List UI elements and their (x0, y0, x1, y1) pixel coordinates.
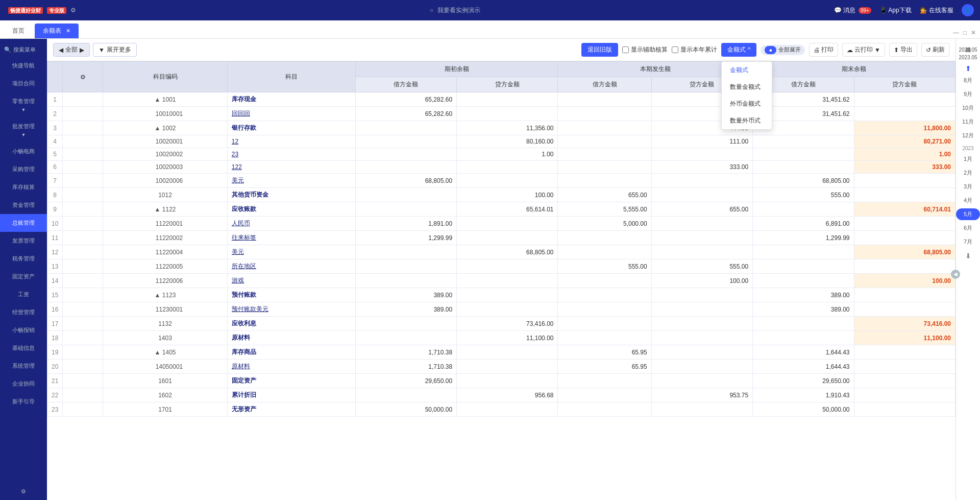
account-name[interactable]: 预付账款美元 (227, 302, 355, 317)
sidebar-item-sales[interactable]: 小畅报销 (0, 321, 47, 339)
dropdown-item-shulianwaibi[interactable]: 数量外币式 (722, 112, 772, 129)
period-1[interactable]: 1月 (956, 153, 980, 165)
account-code: 10020003 (103, 161, 228, 174)
tab-maximize-icon[interactable]: □ (963, 29, 967, 36)
period-8[interactable]: 8月 (956, 75, 980, 86)
account-name: 库存商品 (227, 345, 355, 360)
period-2[interactable]: 2月 (956, 167, 980, 179)
sidebar-item-quicknav[interactable]: 快捷导航 (0, 57, 47, 75)
amount-cell (854, 174, 955, 188)
sidebar-item-enterprise[interactable]: 企业协同 (0, 375, 47, 393)
tab-home[interactable]: 首页 (4, 23, 33, 38)
account-name[interactable]: 回回回 (227, 107, 355, 121)
scroll-down-icon[interactable]: ⬇ (965, 252, 971, 260)
sidebar-item-operation[interactable]: 经营管理 (0, 303, 47, 321)
amount-cell: 333.00 (854, 161, 955, 174)
th-code: 科目编码 (103, 62, 228, 92)
sidebar-item-wholesale[interactable]: 批发管理 ▼ (0, 117, 47, 142)
sidebar-item-invoice[interactable]: 发票管理 (0, 232, 47, 250)
sidebar-item-system[interactable]: 系统管理 (0, 357, 47, 375)
sidebar-item-salary[interactable]: 工资 (0, 285, 47, 303)
dropdown-item-shuliangjine[interactable]: 数量金额式 (722, 79, 772, 96)
top-bar-right: 💬 消息 99+ 📱 App下载 💁 在线客服 👤 (834, 4, 974, 16)
online-service[interactable]: 💁 在线客服 (920, 6, 953, 15)
period-10[interactable]: 10月 (956, 102, 980, 114)
user-avatar[interactable]: 👤 (962, 4, 974, 16)
amount-cell (558, 388, 651, 402)
return-old-version-button[interactable]: 退回旧版 (581, 43, 618, 57)
sidebar-item-guide[interactable]: 新手引导 (0, 393, 47, 411)
sidebar-settings-button[interactable]: ⚙ (0, 483, 47, 500)
period-5[interactable]: 5月 (956, 208, 980, 220)
period-3[interactable]: 3月 (956, 181, 980, 193)
right-panel-collapse-button[interactable]: ◀ (951, 270, 960, 279)
account-name[interactable]: 122 (227, 161, 355, 174)
account-name[interactable]: 美元 (227, 245, 355, 259)
cloud-print-button[interactable]: ☁ 云打印 ▼ (842, 43, 885, 57)
amount-cell: 555.00 (558, 259, 651, 274)
account-name[interactable]: 所在地区 (227, 259, 355, 274)
app-download[interactable]: 📱 App下载 (879, 6, 912, 15)
demo-label[interactable]: 我要看实例演示 (437, 6, 480, 15)
refresh-button[interactable]: ↺ 刷新 (921, 43, 949, 57)
sidebar-item-tax[interactable]: 税务管理 (0, 250, 47, 268)
amount-cell (854, 231, 955, 245)
table-row: 710020006美元68,805.0068,805.00 (47, 174, 955, 188)
tab-yue[interactable]: 余额表 ✕ (35, 23, 79, 38)
account-code: 10020002 (103, 148, 228, 161)
amount-cell (651, 148, 752, 161)
amount-cell (457, 302, 558, 317)
sidebar-item-basic[interactable]: 基础信息 (0, 339, 47, 357)
amount-cell: 11,356.00 (457, 121, 558, 135)
row-settings (63, 188, 103, 202)
sidebar-search[interactable]: 🔍 搜索菜单 (0, 43, 47, 57)
period-12[interactable]: 12月 (956, 130, 980, 141)
account-name[interactable]: 12 (227, 135, 355, 148)
message-icon[interactable]: 💬 消息 99+ (834, 6, 871, 15)
show-ytd-checkbox[interactable]: 显示本年累计 (672, 45, 717, 54)
account-name[interactable]: 人民币 (227, 217, 355, 231)
row-number: 19 (47, 345, 63, 360)
scroll-up-icon[interactable]: ⬆ (965, 64, 971, 73)
settings-gear-icon[interactable]: ⚙ (70, 7, 76, 14)
sidebar-item-retail[interactable]: 零售管理 ▼ (0, 92, 47, 117)
period-4[interactable]: 4月 (956, 195, 980, 206)
print-icon: 🖨 (814, 46, 820, 54)
sidebar-item-purchase[interactable]: 采购管理 (0, 160, 47, 178)
table-row: 81012其他货币资金100.00655.00555.00 (47, 188, 955, 202)
account-name[interactable]: 往来标签 (227, 231, 355, 245)
period-6[interactable]: 6月 (956, 222, 980, 234)
amount-cell (457, 231, 558, 245)
sidebar-item-project[interactable]: 项目合同 (0, 75, 47, 92)
dropdown-item-jine[interactable]: 金额式 (722, 62, 772, 79)
show-auxiliary-checkbox[interactable]: 显示辅助核算 (622, 45, 668, 54)
amount-cell (854, 402, 955, 417)
period-7[interactable]: 7月 (956, 236, 980, 248)
tab-window-close-icon[interactable]: ✕ (971, 29, 976, 36)
filter-all-button[interactable]: ◀ 全部 ▶ (53, 43, 90, 57)
amount-cell: 29,650.00 (355, 374, 456, 388)
table-row: 610020003122333.00333.00 (47, 161, 955, 174)
sidebar-item-assets[interactable]: 固定资产 (0, 268, 47, 285)
sidebar-item-capital[interactable]: 资金管理 (0, 196, 47, 214)
tab-close-icon[interactable]: ✕ (66, 28, 70, 34)
sidebar-item-ledger[interactable]: 总账管理 (0, 214, 47, 232)
amount-cell (753, 135, 854, 148)
account-name[interactable]: 游戏 (227, 274, 355, 288)
sidebar-item-inventory[interactable]: 库存核算 (0, 178, 47, 196)
account-name[interactable]: 23 (227, 148, 355, 161)
period-11[interactable]: 11月 (956, 116, 980, 128)
account-name[interactable]: 美元 (227, 174, 355, 188)
expand-toggle[interactable]: ● 全部展开 (761, 45, 805, 55)
account-name[interactable]: 原材料 (227, 360, 355, 374)
jineishi-button[interactable]: 金额式 ^ (721, 43, 756, 57)
th-settings[interactable]: ⚙ (63, 62, 103, 92)
sidebar-item-ecommerce[interactable]: 小畅电商 (0, 142, 47, 160)
th-rownum (47, 62, 63, 92)
tab-minimize-icon[interactable]: — (953, 29, 959, 36)
expand-more-button[interactable]: ▼ 展开更多 (93, 43, 137, 57)
period-9[interactable]: 9月 (956, 88, 980, 100)
dropdown-item-waibijine[interactable]: 外币金额式 (722, 96, 772, 112)
print-button[interactable]: 🖨 打印 (809, 43, 838, 57)
export-button[interactable]: ⬆ 导出 (889, 43, 917, 57)
